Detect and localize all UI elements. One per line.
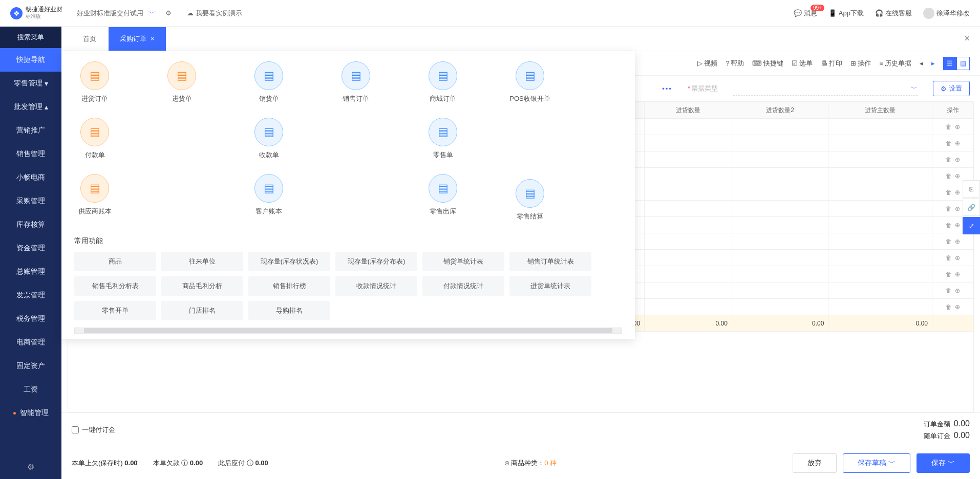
- common-fn-button[interactable]: 进货单统计表: [509, 276, 591, 296]
- add-row-icon[interactable]: ⊕: [955, 303, 960, 311]
- delete-row-icon[interactable]: 🗑: [946, 271, 952, 278]
- sidebar-item[interactable]: 电商管理: [0, 331, 61, 354]
- scrollbar-thumb[interactable]: [84, 328, 612, 333]
- video-button[interactable]: ▷视频: [697, 59, 717, 68]
- doc-type-select[interactable]: ﹀: [733, 82, 918, 96]
- add-row-icon[interactable]: ⊕: [955, 123, 960, 130]
- help-icon[interactable]: ⓘ: [181, 459, 188, 467]
- demo-link[interactable]: ☁ 我要看实例演示: [187, 9, 242, 18]
- sidebar-item[interactable]: 零售管理▾: [0, 72, 61, 95]
- sidebar-item[interactable]: 快捷导航: [0, 48, 61, 72]
- common-fn-button[interactable]: 导购排名: [248, 301, 330, 320]
- flow-node[interactable]: ▤供应商账本: [74, 174, 115, 216]
- tab-close-icon[interactable]: ×: [151, 35, 155, 42]
- table-header[interactable]: 进货数量2: [732, 102, 828, 119]
- delete-row-icon[interactable]: 🗑: [946, 123, 952, 130]
- checkbox[interactable]: [72, 426, 79, 433]
- add-row-icon[interactable]: ⊕: [955, 172, 960, 180]
- common-fn-button[interactable]: 门店排名: [161, 301, 243, 320]
- save-button[interactable]: 保存 ﹀: [917, 453, 970, 473]
- common-fn-button[interactable]: 销售毛利分析表: [74, 276, 156, 296]
- add-row-icon[interactable]: ⊕: [955, 205, 960, 212]
- flow-node[interactable]: ▤进货订单: [74, 61, 115, 103]
- table-header[interactable]: 操作: [932, 102, 973, 119]
- flow-node[interactable]: ▤收款单: [248, 118, 289, 160]
- sidebar-item[interactable]: 营销推广: [0, 119, 61, 142]
- flow-node[interactable]: ▤销货单: [248, 61, 289, 103]
- common-fn-button[interactable]: 商品毛利分析: [161, 276, 243, 296]
- tab-home[interactable]: 首页: [72, 27, 108, 51]
- support-button[interactable]: 🎧 在线客服: [875, 9, 912, 18]
- select-button[interactable]: ☑选单: [792, 59, 813, 68]
- save-draft-button[interactable]: 保存草稿 ﹀: [843, 453, 910, 473]
- flow-node[interactable]: ▤零售出库: [422, 174, 463, 216]
- add-row-icon[interactable]: ⊕: [955, 254, 960, 262]
- sidebar-item[interactable]: 发票管理: [0, 284, 61, 307]
- table-header[interactable]: 进货数量: [645, 102, 732, 119]
- flow-node[interactable]: ▤商城订单: [422, 61, 463, 103]
- common-fn-button[interactable]: 付款情况统计: [422, 276, 504, 296]
- pay-deposit-checkbox[interactable]: 一键付订金: [72, 425, 115, 434]
- delete-row-icon[interactable]: 🗑: [946, 189, 952, 196]
- flow-node[interactable]: ▤零售单: [422, 118, 463, 160]
- app-download-button[interactable]: 📱 App下载: [828, 9, 864, 18]
- prev-button[interactable]: ◂: [920, 59, 923, 67]
- common-fn-button[interactable]: 现存量(库存分布表): [335, 252, 417, 271]
- sidebar-item[interactable]: 采购管理: [0, 189, 61, 213]
- add-row-icon[interactable]: ⊕: [955, 189, 960, 196]
- settings-icon[interactable]: ⚙: [165, 9, 172, 17]
- sidebar-item[interactable]: 批发管理▴: [0, 95, 61, 119]
- delete-row-icon[interactable]: 🗑: [946, 205, 952, 212]
- delete-row-icon[interactable]: 🗑: [946, 287, 952, 294]
- user-menu[interactable]: 徐泽华修改: [923, 8, 970, 19]
- tabs-close-icon[interactable]: ×: [964, 33, 970, 44]
- sidebar-search[interactable]: 搜索菜单: [0, 27, 61, 48]
- print-button[interactable]: 🖶打印: [821, 59, 842, 68]
- common-fn-button[interactable]: 商品: [74, 252, 156, 271]
- help-button[interactable]: ?帮助: [726, 59, 744, 68]
- table-header[interactable]: 进货主数量: [828, 102, 932, 119]
- flow-node[interactable]: ▤零售结算: [509, 179, 550, 221]
- delete-row-icon[interactable]: 🗑: [946, 254, 952, 262]
- rail-expand-icon[interactable]: ⤢: [963, 217, 980, 234]
- flow-node[interactable]: ▤进货单: [161, 61, 202, 103]
- flow-node[interactable]: ▤客户账本: [248, 174, 289, 216]
- common-fn-button[interactable]: 往来单位: [161, 252, 243, 271]
- delete-row-icon[interactable]: 🗑: [946, 222, 952, 229]
- add-row-icon[interactable]: ⊕: [955, 271, 960, 278]
- sidebar-settings-icon[interactable]: ⚙: [0, 455, 61, 479]
- flow-node[interactable]: ▤销售订单: [335, 61, 376, 103]
- sidebar-item[interactable]: 固定资产: [0, 354, 61, 378]
- more-icon[interactable]: •••: [662, 85, 672, 93]
- add-row-icon[interactable]: ⊕: [955, 156, 960, 163]
- common-fn-button[interactable]: 现存量(库存状况表): [248, 252, 330, 271]
- sidebar-item[interactable]: 库存核算: [0, 213, 61, 236]
- add-row-icon[interactable]: ⊕: [955, 222, 960, 229]
- sidebar-item[interactable]: 总账管理: [0, 260, 61, 284]
- common-fn-button[interactable]: 销售排行榜: [248, 276, 330, 296]
- delete-row-icon[interactable]: 🗑: [946, 303, 952, 311]
- flow-node[interactable]: ▤付款单: [74, 118, 115, 160]
- common-fn-button[interactable]: 零售开单: [74, 301, 156, 320]
- operate-button[interactable]: ⊞操作: [850, 59, 871, 68]
- delete-row-icon[interactable]: 🗑: [946, 140, 952, 147]
- sidebar-item[interactable]: 工资: [0, 378, 61, 401]
- delete-row-icon[interactable]: 🗑: [946, 156, 952, 163]
- delete-row-icon[interactable]: 🗑: [946, 238, 952, 245]
- messages-button[interactable]: 💬 消息 99+: [794, 9, 817, 18]
- product-selector[interactable]: 好业财标准版交付试用 ﹀: [77, 9, 155, 18]
- view-grid-icon[interactable]: ▤: [956, 57, 970, 70]
- quicknav-scrollbar[interactable]: [74, 328, 622, 334]
- history-button[interactable]: ≡历史单据: [879, 59, 911, 68]
- view-list-icon[interactable]: ☰: [943, 57, 956, 70]
- help-icon[interactable]: ⓘ: [247, 459, 253, 467]
- add-row-icon[interactable]: ⊕: [955, 287, 960, 294]
- add-row-icon[interactable]: ⊕: [955, 140, 960, 147]
- common-fn-button[interactable]: 销货单统计表: [422, 252, 504, 271]
- sidebar-item[interactable]: 智能管理: [0, 401, 61, 425]
- next-button[interactable]: ▸: [931, 59, 935, 67]
- rail-tag-icon[interactable]: ⎘: [963, 180, 980, 198]
- tab-purchase-order[interactable]: 采购订单 ×: [109, 27, 166, 51]
- sidebar-item[interactable]: 税务管理: [0, 307, 61, 331]
- sidebar-item[interactable]: 资金管理: [0, 236, 61, 260]
